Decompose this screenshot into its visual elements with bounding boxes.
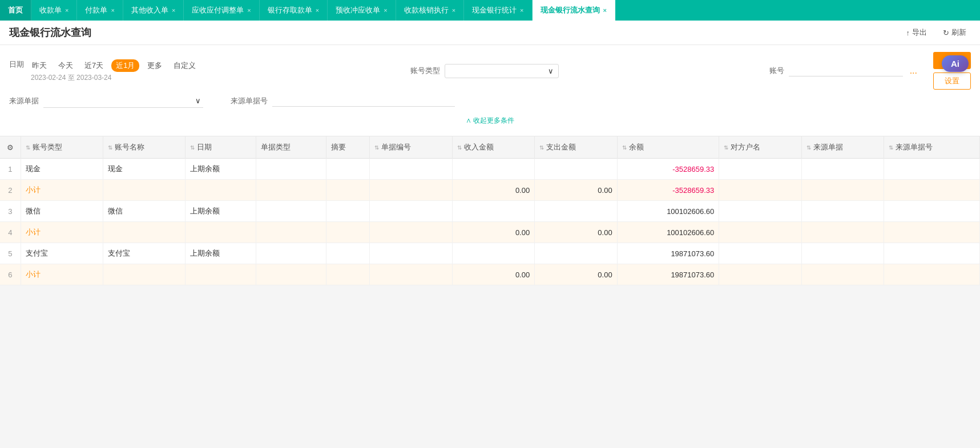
row-summary-0	[326, 159, 370, 180]
row-doc-type-1	[256, 180, 326, 201]
date-shortcuts: 昨天 今天 近7天 近1月 更多 自定义	[29, 59, 199, 72]
row-date-5	[185, 264, 256, 285]
account-type-label: 账号类型	[410, 66, 440, 76]
row-doc-type-2	[256, 201, 326, 222]
close-icon-1[interactable]: ×	[111, 7, 114, 14]
row-source-doc-no-1	[884, 180, 980, 201]
close-icon-4[interactable]: ×	[316, 7, 319, 14]
col-settings[interactable]: ⚙	[0, 136, 21, 159]
date-custom[interactable]: 自定义	[170, 59, 199, 72]
col-account-name[interactable]: ⇅账号名称	[103, 136, 185, 159]
row-income-2	[452, 201, 534, 222]
row-account-name-0: 现金	[103, 159, 185, 180]
ai-label: Ai	[951, 59, 959, 68]
source-doc-no-filter: 来源单据号	[231, 95, 455, 107]
row-doc-no-5	[370, 264, 452, 285]
row-balance-3: 100102606.60	[617, 222, 719, 243]
table-header-row: ⚙ ⇅账号类型 ⇅账号名称 ⇅日期 单据类型 摘要 ⇅单据编号 ⇅收入金额 ⇅支…	[0, 136, 980, 159]
settings-button[interactable]: 设置	[933, 72, 971, 90]
refresh-button[interactable]: ↻ 刷新	[938, 25, 971, 40]
row-expense-1: 0.00	[535, 180, 617, 201]
data-table: ⚙ ⇅账号类型 ⇅账号名称 ⇅日期 单据类型 摘要 ⇅单据编号 ⇅收入金额 ⇅支…	[0, 136, 980, 285]
date-yesterday[interactable]: 昨天	[29, 59, 50, 72]
row-counterparty-3	[719, 222, 801, 243]
row-account-name-1	[103, 180, 185, 201]
row-num-5: 6	[0, 264, 21, 285]
close-icon-0[interactable]: ×	[65, 7, 68, 14]
row-summary-3	[326, 222, 370, 243]
col-counterparty[interactable]: ⇅对方户名	[719, 136, 801, 159]
source-doc-no-label: 来源单据号	[231, 96, 268, 106]
row-doc-no-1	[370, 180, 452, 201]
col-account-type[interactable]: ⇅账号类型	[21, 136, 103, 159]
row-doc-type-4	[256, 243, 326, 264]
row-date-4: 上期余额	[185, 243, 256, 264]
refresh-icon: ↻	[943, 29, 949, 37]
row-counterparty-1	[719, 180, 801, 201]
row-account-type-4: 支付宝	[21, 243, 103, 264]
close-icon-7[interactable]: ×	[520, 7, 523, 14]
header-actions: ↑ 导出 ↻ 刷新	[902, 25, 971, 40]
date-range-display: 2023-02-24 至 2023-03-24	[31, 73, 199, 83]
page-header: 现金银行流水查询 ↑ 导出 ↻ 刷新	[0, 21, 980, 45]
nav-tab-2[interactable]: 其他收入单 ×	[123, 0, 184, 21]
account-type-select[interactable]: ∨	[445, 64, 559, 78]
row-counterparty-0	[719, 159, 801, 180]
nav-tab-5[interactable]: 预收冲应收单 ×	[328, 0, 396, 21]
col-source-doc[interactable]: ⇅来源单据	[801, 136, 884, 159]
source-doc-filter: 来源单据 ∨	[9, 94, 203, 108]
row-income-1: 0.00	[452, 180, 534, 201]
col-date[interactable]: ⇅日期	[185, 136, 256, 159]
row-num-3: 4	[0, 222, 21, 243]
row-date-3	[185, 222, 256, 243]
table-row: 6 小计 0.00 0.00 19871073.60	[0, 264, 980, 285]
nav-tab-1[interactable]: 付款单 ×	[77, 0, 123, 21]
data-table-container: ⚙ ⇅账号类型 ⇅账号名称 ⇅日期 单据类型 摘要 ⇅单据编号 ⇅收入金额 ⇅支…	[0, 136, 980, 285]
account-dots-button[interactable]: ...	[908, 66, 919, 76]
row-num-2: 3	[0, 201, 21, 222]
col-doc-type[interactable]: 单据类型	[256, 136, 326, 159]
close-icon-2[interactable]: ×	[172, 7, 175, 14]
date-today[interactable]: 今天	[55, 59, 76, 72]
row-counterparty-2	[719, 201, 801, 222]
close-icon-5[interactable]: ×	[384, 7, 387, 14]
row-doc-type-3	[256, 222, 326, 243]
close-icon-8[interactable]: ×	[603, 7, 607, 14]
date-more[interactable]: 更多	[144, 59, 166, 72]
row-expense-4	[535, 243, 617, 264]
date-7days[interactable]: 近7天	[81, 59, 107, 72]
table-row: 4 小计 0.00 0.00 100102606.60	[0, 222, 980, 243]
col-source-doc-no[interactable]: ⇅来源单据号	[884, 136, 980, 159]
filter-area: 日期 昨天 今天 近7天 近1月 更多 自定义 2023-02-24 至 202…	[0, 45, 980, 136]
row-balance-0: -3528659.33	[617, 159, 719, 180]
nav-home[interactable]: 首页	[0, 0, 31, 21]
ai-button[interactable]: Ai	[942, 55, 969, 72]
account-input[interactable]	[789, 65, 903, 76]
close-icon-3[interactable]: ×	[247, 7, 251, 14]
date-1month[interactable]: 近1月	[111, 59, 139, 72]
nav-tab-6[interactable]: 收款核销执行 ×	[396, 0, 464, 21]
col-income[interactable]: ⇅收入金额	[452, 136, 534, 159]
nav-tab-7[interactable]: 现金银行统计 ×	[464, 0, 532, 21]
col-doc-no[interactable]: ⇅单据编号	[370, 136, 452, 159]
col-expense[interactable]: ⇅支出金额	[535, 136, 617, 159]
row-doc-no-0	[370, 159, 452, 180]
row-balance-5: 19871073.60	[617, 264, 719, 285]
row-source-doc-4	[801, 243, 884, 264]
row-account-type-5: 小计	[21, 264, 103, 285]
filter-row-2: 来源单据 ∨ 来源单据号	[9, 94, 971, 108]
source-doc-no-input[interactable]	[272, 95, 455, 107]
close-icon-6[interactable]: ×	[452, 7, 455, 14]
export-button[interactable]: ↑ 导出	[902, 25, 932, 40]
table-row: 5 支付宝 支付宝 上期余额 19871073.60	[0, 243, 980, 264]
nav-tab-8[interactable]: 现金银行流水查询 ×	[533, 0, 615, 21]
source-doc-select[interactable]: ∨	[43, 94, 203, 108]
col-balance[interactable]: ⇅余额	[617, 136, 719, 159]
nav-tab-3[interactable]: 应收应付调整单 ×	[184, 0, 259, 21]
col-summary[interactable]: 摘要	[326, 136, 370, 159]
collapse-bar[interactable]: ∧ 收起更多条件	[9, 112, 971, 129]
row-source-doc-no-3	[884, 222, 980, 243]
nav-tab-0[interactable]: 收款单 ×	[31, 0, 77, 21]
nav-tab-4[interactable]: 银行存取款单 ×	[260, 0, 328, 21]
account-label: 账号	[769, 66, 784, 76]
